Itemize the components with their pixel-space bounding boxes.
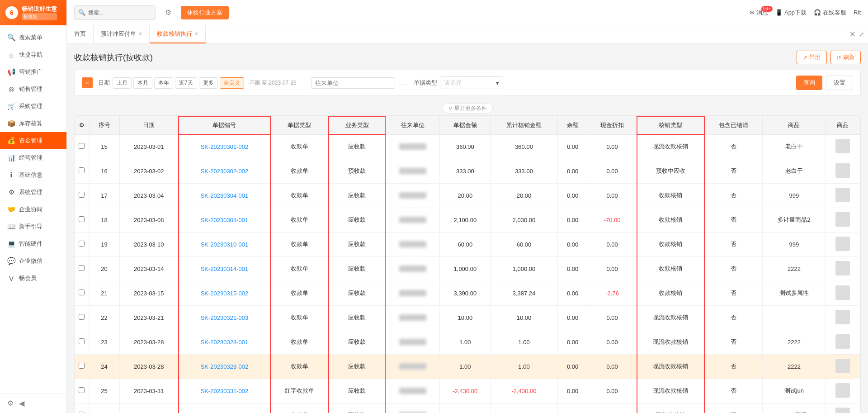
doc-no-link[interactable]: SK-20230301-002 xyxy=(201,143,249,150)
td-checkbox[interactable] xyxy=(75,281,89,305)
row-checkbox[interactable] xyxy=(79,265,85,271)
tab-payable-close[interactable]: × xyxy=(139,31,142,37)
td-checkbox[interactable] xyxy=(75,134,89,159)
doc-no-link[interactable]: SK-20230315-002 xyxy=(201,290,249,297)
td-checkbox[interactable] xyxy=(75,159,89,183)
doc-no-link[interactable]: SK-20230310-001 xyxy=(201,241,249,248)
message-badge: 99+ xyxy=(761,6,773,12)
doc-no-link[interactable]: SK-20230314-001 xyxy=(201,266,249,272)
td-doc-no: SK-20230314-001 xyxy=(179,256,270,281)
sidebar-item-guide[interactable]: 📖新手引导 xyxy=(0,218,66,235)
settings-button[interactable]: 设置 xyxy=(826,76,853,90)
inventory-icon: 📦 xyxy=(7,119,15,128)
sidebar-item-purchase[interactable]: 🛒采购管理 xyxy=(0,98,66,115)
td-checkbox[interactable] xyxy=(75,305,89,330)
btn-custom[interactable]: 自定义 xyxy=(220,77,244,89)
td-partner xyxy=(385,256,440,281)
tab-collection[interactable]: 收款核销执行 × xyxy=(150,25,206,43)
sidebar-item-inventory[interactable]: 📦库存核算 xyxy=(0,115,66,132)
type-select[interactable]: 请选择 ▾ xyxy=(440,76,503,89)
doc-no-link[interactable]: SK-20230328-001 xyxy=(201,339,249,346)
app-download-link[interactable]: 📱 App下载 xyxy=(775,9,807,17)
doc-no-link[interactable]: SK-20230328-002 xyxy=(201,363,249,370)
th-gear[interactable]: ⚙ xyxy=(75,116,89,134)
sidebar-item-enterprise[interactable]: 🤝企业协同 xyxy=(0,201,66,218)
th-amount: 单据金额 xyxy=(440,116,491,134)
td-checkbox[interactable] xyxy=(75,354,89,379)
td-biz-type: 预收款 xyxy=(329,159,385,183)
td-checkbox[interactable] xyxy=(75,256,89,281)
td-checkbox[interactable] xyxy=(75,208,89,232)
sidebar-item-shortcuts[interactable]: ⌂快捷导航 xyxy=(0,46,66,63)
td-checkbox[interactable] xyxy=(75,183,89,208)
btn-more[interactable]: 更多 xyxy=(199,77,218,89)
td-checkbox[interactable] xyxy=(75,403,89,413)
td-partner xyxy=(385,305,440,330)
td-doc-no: SK-20230304-001 xyxy=(179,183,270,208)
sidebar-item-finance[interactable]: 💰资金管理 xyxy=(0,132,66,149)
row-checkbox[interactable] xyxy=(79,143,85,149)
row-checkbox[interactable] xyxy=(79,167,85,173)
refresh-button[interactable]: ↺ 刷新 xyxy=(830,51,861,64)
sidebar-item-marketing[interactable]: 📢营销推广 xyxy=(0,63,66,81)
row-checkbox[interactable] xyxy=(79,241,85,247)
td-amount: 3,390.00 xyxy=(440,281,491,305)
online-service-link[interactable]: 🎧 在线客服 xyxy=(814,9,846,17)
doc-no-link[interactable]: SK-20230308-001 xyxy=(201,217,249,223)
doc-no-link[interactable]: SK-20230331-002 xyxy=(201,388,249,394)
sidebar-item-search[interactable]: 🔍搜索菜单 xyxy=(0,29,66,46)
td-checkbox[interactable] xyxy=(75,232,89,256)
sidebar-item-sales[interactable]: ◎销售管理 xyxy=(0,81,66,98)
btn-this-month[interactable]: 本月 xyxy=(133,77,152,89)
doc-no-link[interactable]: SK-20230304-001 xyxy=(201,192,249,199)
row-checkbox[interactable] xyxy=(79,216,85,222)
sidebar-item-basic[interactable]: ℹ基础信息 xyxy=(0,166,66,184)
unit-input[interactable] xyxy=(311,77,395,89)
row-checkbox[interactable] xyxy=(79,363,85,369)
td-biz-type: 应收款 xyxy=(329,256,385,281)
row-checkbox[interactable] xyxy=(79,387,85,393)
td-goods2 xyxy=(826,208,860,232)
doc-no-link[interactable]: SK-20230302-002 xyxy=(201,168,249,175)
top-search[interactable]: 🔍 xyxy=(74,5,156,20)
doc-no-link[interactable]: SK-20230321-003 xyxy=(201,314,249,321)
tabbar-close-all[interactable]: ✕ xyxy=(849,30,855,38)
solution-button[interactable]: 体验行业方案 xyxy=(181,6,229,19)
tab-collection-close[interactable]: × xyxy=(195,31,198,37)
tab-payable[interactable]: 预计冲应付单 × xyxy=(94,25,150,43)
row-checkbox[interactable] xyxy=(79,338,85,344)
sidebar-item-operations[interactable]: 📊经营管理 xyxy=(0,149,66,166)
filter-buttons: 查询 设置 xyxy=(796,76,853,90)
btn-last-7days[interactable]: 近7天 xyxy=(175,77,197,89)
table-row: 23 2023-03-28 SK-20230328-001 收款单 应收款 1.… xyxy=(75,330,860,354)
sidebar-item-system[interactable]: ⚙系统管理 xyxy=(0,184,66,201)
gear-icon[interactable]: ⚙ xyxy=(161,5,175,20)
tabbar-expand[interactable]: ⤢ xyxy=(859,31,864,38)
message-link[interactable]: ✉ 消息 99+ xyxy=(750,9,768,17)
export-button[interactable]: ↗ 导出 xyxy=(797,51,827,64)
sidebar-item-hardware[interactable]: 💻智能硬件 xyxy=(0,235,66,252)
btn-last-month[interactable]: 上月 xyxy=(113,77,132,89)
filter-expand-button[interactable]: » xyxy=(82,77,93,88)
collapse-icon[interactable]: ◀ xyxy=(19,399,24,408)
btn-this-year[interactable]: 本年 xyxy=(154,77,173,89)
td-amount: -2,430.00 xyxy=(440,379,491,403)
expand-more-button[interactable]: ∨ 展开更多条件 xyxy=(443,103,493,114)
sidebar-item-wechat[interactable]: 💬企业微信 xyxy=(0,252,66,270)
table-scroll[interactable]: ⚙ 序号 日期 单据编号 单据类型 业务类型 往来单位 单据金额 累计核销金额 … xyxy=(75,116,860,413)
row-checkbox[interactable] xyxy=(79,192,85,198)
td-partner xyxy=(385,330,440,354)
query-button[interactable]: 查询 xyxy=(796,76,822,90)
app-logo-icon: 6 xyxy=(5,6,18,19)
row-checkbox[interactable] xyxy=(79,290,85,295)
search-input[interactable] xyxy=(88,9,151,16)
row-checkbox[interactable] xyxy=(79,314,85,320)
td-checkbox[interactable] xyxy=(75,330,89,354)
tab-home[interactable]: 首页 xyxy=(67,25,94,43)
td-seq: 20 xyxy=(89,256,119,281)
td-checkbox[interactable] xyxy=(75,379,89,403)
sidebar-item-member[interactable]: V畅会员 xyxy=(0,270,66,287)
td-balance: 0.00 xyxy=(557,134,588,159)
settings-icon[interactable]: ⚙ xyxy=(7,399,14,408)
user-name[interactable]: Rit xyxy=(854,9,861,16)
